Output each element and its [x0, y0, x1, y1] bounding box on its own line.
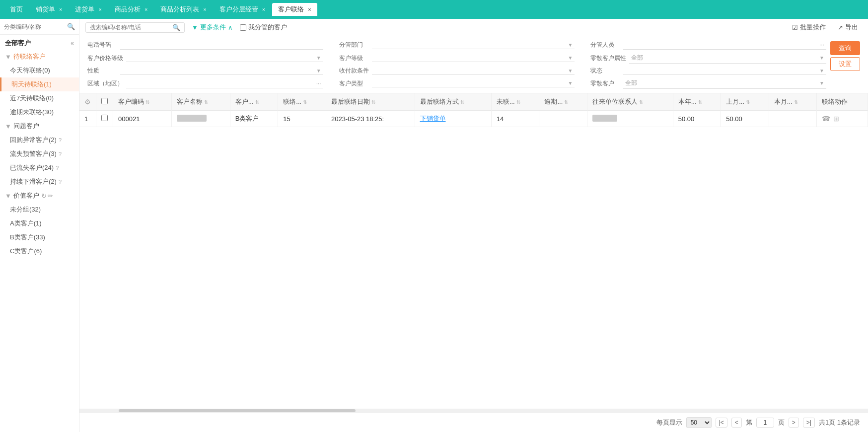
prev-page-btn[interactable]: <	[731, 418, 742, 428]
filter-action-group: 查询 设置	[830, 40, 860, 89]
nav-home[interactable]: 首页	[4, 3, 29, 16]
th-code: 客户编码 ⇅	[113, 93, 172, 111]
close-icon[interactable]: ×	[59, 6, 62, 12]
my-customers-checkbox[interactable]: 我分管的客户	[240, 23, 287, 32]
sidebar-group-problem[interactable]: ▼ 问题客户	[0, 119, 79, 133]
sort-icon[interactable]: ⇅	[639, 99, 643, 105]
sidebar-item-declining[interactable]: 持续下滑客户(2) ?	[0, 175, 79, 189]
caret-icon: ▼	[568, 80, 573, 86]
sidebar-item-today[interactable]: 今天待联络(0)	[0, 64, 79, 77]
retail-select[interactable]: 全部 ▼	[623, 78, 826, 89]
sort-icon[interactable]: ⇅	[516, 99, 520, 105]
sidebar-item-c-class[interactable]: C类客户(6)	[0, 244, 79, 258]
nav-tab-segmentation[interactable]: 客户分层经营 ×	[214, 3, 271, 16]
filter-row-1: 电话号码 分管部门 ▼ 分管人员	[87, 40, 826, 50]
sort-icon[interactable]: ⇅	[794, 99, 798, 105]
custtype-select[interactable]: ▼	[372, 79, 575, 87]
next-page-btn[interactable]: >	[789, 418, 799, 428]
th-type: 客户... ⇅	[230, 93, 278, 111]
nav-tab-contact[interactable]: 客户联络 ×	[272, 3, 317, 16]
first-page-btn[interactable]: |<	[716, 418, 727, 428]
collapse-icon[interactable]: «	[71, 40, 74, 47]
sidebar-item-tomorrow[interactable]: 明天待联络(1)	[0, 77, 79, 91]
filter-row-2: 客户价格等级 ▼ 客户等级 ▼	[87, 53, 826, 64]
row-checkbox[interactable]	[101, 115, 108, 121]
region-select[interactable]: ···	[126, 79, 323, 88]
caret-icon: ▼	[568, 42, 573, 48]
nav-tab-analysislist[interactable]: 商品分析列表 ×	[154, 3, 212, 16]
sort-icon[interactable]: ⇅	[371, 99, 375, 105]
sort-icon[interactable]: ⇅	[303, 99, 307, 105]
nav-tab-analysis[interactable]: 商品分析 ×	[109, 3, 153, 16]
gear-icon[interactable]: ⚙	[84, 98, 91, 106]
search-icon[interactable]: 🔍	[172, 24, 180, 31]
payment-select[interactable]: ▼	[372, 67, 575, 75]
sort-icon[interactable]: ⇅	[698, 99, 702, 105]
sort-icon[interactable]: ⇅	[255, 99, 259, 105]
sidebar-item-b-class[interactable]: B类客户(33)	[0, 230, 79, 244]
more-conditions-btn[interactable]: ▼ 更多条件 ∧	[189, 22, 236, 33]
pricelevel-select[interactable]: ▼	[126, 54, 323, 62]
refresh-icon[interactable]: ↻	[41, 192, 47, 200]
all-customers-header[interactable]: 全部客户 «	[0, 35, 79, 50]
retail-attr-select[interactable]: 全部 ▼	[629, 53, 826, 64]
filter-field-level: 客户等级 ▼	[339, 54, 575, 63]
help-icon[interactable]: ?	[59, 179, 62, 185]
level-select[interactable]: ▼	[372, 54, 575, 62]
query-button[interactable]: 查询	[830, 41, 860, 55]
page-size-label: 每页显示	[656, 418, 682, 427]
help-icon[interactable]: ?	[59, 137, 62, 143]
status-select[interactable]: ▼	[623, 67, 826, 75]
contact-icon[interactable]: ☎	[822, 115, 830, 123]
manager-select[interactable]: ···	[623, 40, 826, 50]
set-button[interactable]: 设置	[830, 57, 860, 71]
sidebar-search-input[interactable]	[4, 23, 65, 30]
sort-icon[interactable]: ⇅	[564, 99, 568, 105]
last-page-btn[interactable]: >|	[803, 418, 815, 428]
dept-select[interactable]: ▼	[372, 41, 575, 49]
dept-label: 分管部门	[339, 41, 369, 49]
sidebar-group-value[interactable]: ▼ 价值客户 ↻ ✏	[0, 189, 79, 203]
sidebar-item-churned[interactable]: 已流失客户(24) ?	[0, 161, 79, 175]
sidebar-item-repurchase[interactable]: 回购异常客户(2) ?	[0, 133, 79, 147]
sort-icon[interactable]: ⇅	[460, 99, 464, 105]
retail-attr-label: 零散客户属性	[590, 54, 626, 63]
filter-field-dept: 分管部门 ▼	[339, 41, 575, 49]
sidebar-item-a-class[interactable]: A类客户(1)	[0, 216, 79, 230]
sort-icon[interactable]: ⇅	[145, 99, 149, 105]
close-icon[interactable]: ×	[308, 6, 311, 12]
close-icon[interactable]: ×	[98, 6, 101, 12]
nav-tab-purchaseorder[interactable]: 进货单 ×	[69, 3, 107, 16]
close-icon[interactable]: ×	[145, 6, 147, 12]
phone-input[interactable]	[120, 40, 323, 50]
select-all-checkbox[interactable]	[101, 98, 108, 104]
help-icon[interactable]: ?	[56, 165, 59, 171]
sidebar-group-pending[interactable]: ▼ 待联络客户	[0, 50, 79, 64]
help-icon[interactable]: ?	[59, 151, 62, 157]
edit-icon[interactable]: ✏	[48, 192, 53, 200]
nature-label: 性质	[87, 67, 117, 75]
qr-icon[interactable]: ⊞	[833, 115, 839, 123]
export-btn[interactable]: ↗ 导出	[834, 22, 862, 33]
sidebar-item-7days[interactable]: 近7天待联络(0)	[0, 91, 79, 105]
sidebar-search-box: 🔍	[0, 19, 79, 35]
filter-search-input[interactable]	[90, 24, 170, 31]
sidebar-item-overdue[interactable]: 逾期未联络(30)	[0, 105, 79, 119]
batch-op-btn[interactable]: ☑ 批量操作	[788, 22, 830, 33]
page-input[interactable]	[756, 418, 774, 428]
close-icon[interactable]: ×	[262, 6, 265, 12]
close-icon[interactable]: ×	[203, 6, 206, 12]
page-size-select[interactable]: 50 100 200	[686, 417, 712, 428]
last-method-link[interactable]: 下销货单	[420, 115, 446, 122]
nature-select[interactable]: ▼	[120, 67, 323, 75]
scrollbar-thumb[interactable]	[119, 409, 355, 412]
nav-tab-salesorder[interactable]: 销货单 ×	[30, 3, 68, 16]
sidebar-item-ungrouped[interactable]: 未分组(32)	[0, 203, 79, 216]
sort-icon[interactable]: ⇅	[746, 99, 750, 105]
filter-field-manager: 分管人员 ···	[590, 40, 826, 50]
filter-field-status: 状态 ▼	[590, 67, 826, 75]
search-icon[interactable]: 🔍	[67, 23, 75, 30]
sidebar-item-churn-warn[interactable]: 流失预警客户(3) ?	[0, 147, 79, 161]
horizontal-scrollbar[interactable]	[79, 409, 868, 413]
sort-icon[interactable]: ⇅	[204, 99, 208, 105]
